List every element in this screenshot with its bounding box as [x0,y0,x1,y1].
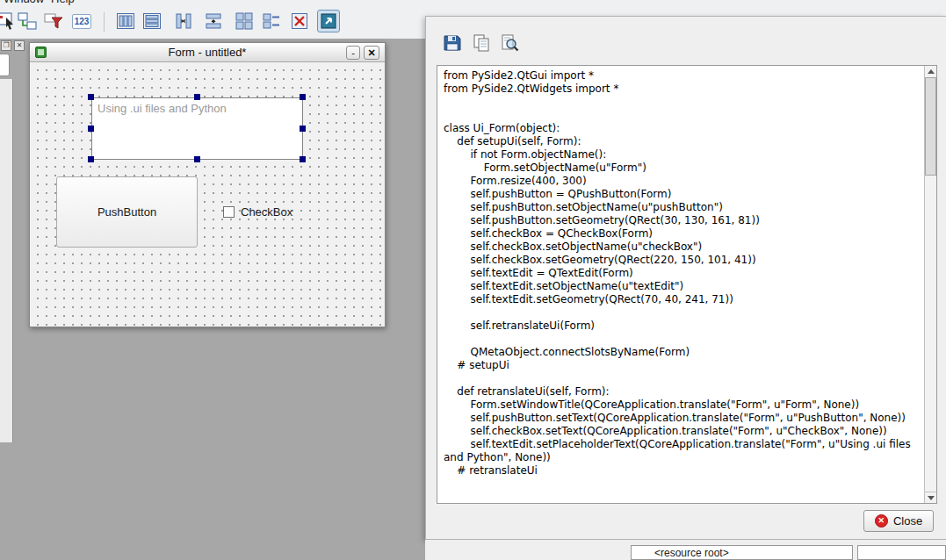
edit-buddies-icon[interactable] [42,10,65,32]
form-editor-window: Form - untitled* - ✕ Using .ui files and… [29,42,386,327]
close-x-icon: ✕ [875,514,888,528]
dock-float-icon[interactable]: ❐ [1,40,11,51]
generated-code[interactable]: from PySide2.QtGui import * from PySide2… [437,66,936,481]
form-canvas[interactable]: Using .ui files and Python PushButton Ch… [30,62,385,326]
selection-handle-bottom-left[interactable] [88,156,94,162]
code-scrollbar[interactable] [924,66,936,503]
layout-vertical-icon[interactable] [141,10,163,32]
form-close-button[interactable]: ✕ [364,46,379,60]
pushbutton-widget[interactable]: PushButton [56,176,198,248]
layout-horizontal-icon[interactable] [114,10,137,32]
copy-icon[interactable] [470,32,493,54]
selection-handle-mid-right[interactable] [300,126,306,132]
selection-handle-mid-left[interactable] [88,126,94,132]
adjust-size-icon[interactable] [317,10,340,32]
resource-browser-strip: <resource root> [425,540,946,560]
close-button-label: Close [893,514,922,528]
edit-widgets-icon[interactable] [0,10,17,32]
textedit-widget[interactable]: Using .ui files and Python [91,97,303,160]
menu-bar: Window Help [0,0,946,6]
checkbox-label: CheckBox [241,205,292,219]
qt-designer-window: Window Help 123 [0,0,946,560]
resource-preview-box[interactable] [857,545,946,560]
find-icon[interactable] [498,32,521,54]
break-layout-icon[interactable] [288,10,311,32]
selection-handle-bottom-mid[interactable] [194,156,200,162]
dock-titlebar: ❐ ✕ [1,40,25,51]
dock-scroll-strip[interactable] [0,79,13,442]
menu-window[interactable]: Window [4,0,44,6]
form-minimize-button[interactable]: - [346,46,360,60]
menu-help[interactable]: Help [51,0,75,6]
code-view[interactable]: from PySide2.QtGui import * from PySide2… [437,65,937,504]
toolbar-separator [104,12,105,32]
layout-horizontal-splitter-icon[interactable] [172,10,195,32]
widget-filter-input[interactable] [0,54,10,76]
tab-order-glyph: 123 [72,14,92,29]
code-preview-dialog: from PySide2.QtGui import * from PySide2… [425,16,946,540]
selection-handle-bottom-right[interactable] [300,156,306,162]
main-toolbar: 123 [0,7,422,39]
edit-tab-order-icon[interactable]: 123 [70,10,93,32]
scrollbar-thumb[interactable] [925,77,936,176]
layout-grid-icon[interactable] [233,10,256,32]
layout-form-icon[interactable] [260,10,283,32]
selection-handle-top-mid[interactable] [194,94,200,100]
selection-handle-top-right[interactable] [300,94,306,100]
textedit-placeholder: Using .ui files and Python [92,98,302,118]
save-icon[interactable] [441,32,464,54]
checkbox-widget[interactable]: CheckBox [223,194,312,230]
layout-vertical-splitter-icon[interactable] [202,10,225,32]
checkbox-box[interactable] [223,206,235,218]
form-title: Form - untitled* [30,46,385,59]
close-button[interactable]: ✕ Close [863,510,934,532]
scroll-down-icon[interactable] [925,492,936,503]
form-titlebar[interactable]: Form - untitled* - ✕ [30,43,385,62]
resource-root-item[interactable]: <resource root> [631,545,853,560]
dock-close-icon[interactable]: ✕ [14,40,25,51]
edit-signals-slots-icon[interactable] [16,10,39,32]
scroll-up-icon[interactable] [925,66,936,77]
selection-handle-top-left[interactable] [88,94,94,100]
